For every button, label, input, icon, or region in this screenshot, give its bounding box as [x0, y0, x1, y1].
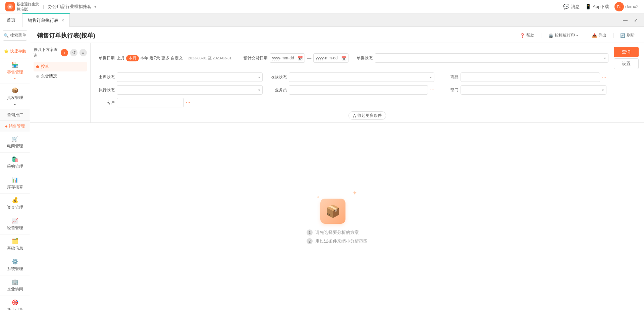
filter-row-4: 客户 ··· [96, 98, 639, 107]
salesperson-dots-icon[interactable]: ··· [430, 87, 434, 93]
app-download-btn[interactable]: 📱 App下载 [585, 4, 609, 10]
active-dot-icon [5, 125, 7, 127]
plan-item-1[interactable]: 欠货情况 [34, 71, 87, 81]
salesperson-label: 业务员 [268, 87, 287, 93]
sidebar-item-finance[interactable]: 💰 资金管理 [0, 194, 30, 214]
quick-nav-button[interactable]: ⭐ 快捷导航 [0, 46, 30, 56]
date-start-cal-icon[interactable]: 📅 [298, 56, 303, 61]
receipt-label: 收款状态 [268, 74, 287, 80]
salesperson-input[interactable] [289, 85, 428, 95]
query-button[interactable]: 查询 [614, 47, 639, 57]
expected-date-end-wrap: 📅 [313, 53, 348, 63]
user-menu[interactable]: Ea demo2 [614, 2, 639, 11]
newbie-icon: 🎯 [12, 299, 18, 306]
sidebar-item-inventory[interactable]: 📊 库存核算 [0, 173, 30, 194]
status-label: 单据状态 [354, 55, 373, 61]
plan-active-dot-icon [36, 65, 39, 68]
sidebar-item-wholesale[interactable]: 📦 批发管理 ▴ [0, 84, 30, 109]
sidebar-item-newbie[interactable]: 🎯 新手引导 [0, 296, 30, 310]
tab-close-icon[interactable]: × [62, 18, 64, 23]
refresh-plan-button[interactable]: ↺ [70, 49, 77, 56]
outbound-select-wrap: ▾ [117, 72, 263, 82]
breadcrumb-arrow: ▾ [94, 4, 96, 9]
tabbar-right-icons: — ⤢ [621, 16, 640, 24]
date-tab-7days[interactable]: 近7天 [150, 55, 160, 61]
date-tab-last-month[interactable]: 上月 [117, 55, 125, 61]
goods-dots-icon[interactable]: ··· [602, 74, 606, 80]
window-minimize-icon[interactable]: — [621, 16, 629, 24]
illust-box: 📦 [320, 199, 345, 224]
goods-field: 商品 ··· [440, 72, 606, 82]
sidebar-item-system[interactable]: ⚙️ 系统管理 [0, 255, 30, 275]
topbar: 畅捷通好生意 标准版 | 办公用品行业模拟账套 ▾ 💬 消息 📱 App下载 E… [0, 0, 644, 13]
setting-button[interactable]: 设置 [614, 58, 639, 69]
date-tab-this-year[interactable]: 本年 [140, 55, 148, 61]
basic-icon: 🗂️ [12, 238, 18, 244]
page-header: 销售订单执行表(按单) ❓ 帮助 🖨️ 按模板打印 ▾ 📤 导出 [30, 27, 644, 43]
customer-input[interactable] [117, 98, 184, 107]
ecommerce-icon: 🛒 [12, 136, 18, 142]
sidebar-item-purchase[interactable]: 🛍️ 采购管理 [0, 153, 30, 173]
logo-icon [5, 2, 15, 11]
outbound-select[interactable] [117, 72, 263, 82]
tab-home[interactable]: 首页 [0, 13, 22, 27]
customer-dots-icon[interactable]: ··· [186, 100, 190, 106]
sidebar-item-basic[interactable]: 🗂️ 基础信息 [0, 235, 30, 255]
plan-dot-icon [36, 75, 39, 78]
receipt-select[interactable] [289, 72, 435, 82]
tab-active[interactable]: 销售订单执行表 × [22, 13, 70, 27]
expected-date-label: 预计交货日期 [244, 55, 268, 61]
print-btn[interactable]: 🖨️ 按模板打印 ▾ [545, 31, 581, 40]
refresh-btn[interactable]: 🔄 刷新 [618, 31, 637, 40]
add-plan-button[interactable]: + [61, 49, 68, 56]
filter-plan-icons: + ↺ « [61, 49, 87, 56]
sidebar-nav-section: ⭐ 快捷导航 [0, 44, 30, 58]
collapse-more-button[interactable]: ⋀ 收起更多条件 [348, 111, 386, 120]
date-tab-this-month[interactable]: 本月 [126, 55, 139, 61]
sidebar-item-ecommerce[interactable]: 🛒 电商管理 [0, 132, 30, 153]
date-tabs-group: 上月 本月 本年 近7天 更多 自定义 [117, 55, 183, 61]
export-btn[interactable]: 📤 导出 [589, 31, 609, 40]
empty-tip-2: 2 用过滤条件来缩小分析范围 [307, 238, 368, 244]
search-menu-button[interactable]: 🔍 搜索菜单 [3, 30, 27, 41]
status-select[interactable] [375, 53, 608, 63]
customer-label: 客户 [96, 100, 115, 106]
empty-tip-1: 1 请先选择要分析的方案 [307, 229, 368, 236]
date-end-cal-icon[interactable]: 📅 [341, 56, 346, 61]
collapse-panel-button[interactable]: « [79, 49, 87, 56]
tabbar: 首页 销售订单执行表 × — ⤢ [0, 13, 644, 27]
topbar-right: 💬 消息 📱 App下载 Ea demo2 [563, 2, 639, 11]
message-btn[interactable]: 💬 消息 [563, 4, 580, 10]
sidebar-item-retail[interactable]: 🏪 零售管理 ▾ [0, 58, 30, 84]
purchase-icon: 🛍️ [12, 156, 18, 162]
app-icon: 📱 [585, 4, 591, 10]
outbound-field: 出库状态 ▾ [96, 72, 263, 82]
main-layout: 🔍 搜索菜单 ⭐ 快捷导航 🏪 零售管理 ▾ 📦 批发管理 ▴ 营销推广 [0, 27, 644, 310]
date-tab-custom[interactable]: 自定义 [171, 55, 183, 61]
department-field: 部门 ▾ [440, 85, 606, 95]
sidebar-sub-sales[interactable]: 销售管理 [0, 121, 30, 132]
filter-row-2: 出库状态 ▾ 收款状态 [96, 72, 639, 82]
goods-input[interactable] [461, 72, 600, 82]
execution-select-wrap: ▾ [117, 85, 263, 95]
sidebar-sub-marketing[interactable]: 营销推广 [0, 109, 30, 121]
avatar: Ea [614, 2, 624, 11]
plan-item-0[interactable]: 按单 [34, 62, 87, 71]
department-label: 部门 [440, 87, 459, 93]
salesperson-field: 业务员 ··· [268, 85, 435, 95]
page-header-actions: ❓ 帮助 🖨️ 按模板打印 ▾ 📤 导出 🔄 刷新 [517, 31, 637, 40]
execution-select[interactable] [117, 85, 263, 95]
department-select[interactable] [461, 85, 606, 95]
date-tab-more[interactable]: 更多 [161, 55, 169, 61]
sidebar-item-enterprise[interactable]: 🏢 企业协同 [0, 275, 30, 296]
sidebar-item-operations[interactable]: 📈 经营管理 [0, 214, 30, 235]
status-field: 单据状态 ▾ [354, 53, 608, 63]
expected-date-field: 预计交货日期 📅 — 📅 [244, 53, 348, 63]
refresh-icon: 🔄 [620, 33, 625, 38]
wholesale-submenu: 营销推广 销售管理 [0, 109, 30, 132]
window-expand-icon[interactable]: ⤢ [632, 16, 640, 24]
retail-icon: 🏪 [12, 62, 18, 68]
content-area: 销售订单执行表(按单) ❓ 帮助 🖨️ 按模板打印 ▾ 📤 导出 [30, 27, 644, 310]
empty-state: 📦 ✦ ● 1 请先选择要分析的方案 2 用过滤条件来缩小分析范围 [30, 123, 644, 310]
help-btn[interactable]: ❓ 帮助 [517, 31, 537, 40]
